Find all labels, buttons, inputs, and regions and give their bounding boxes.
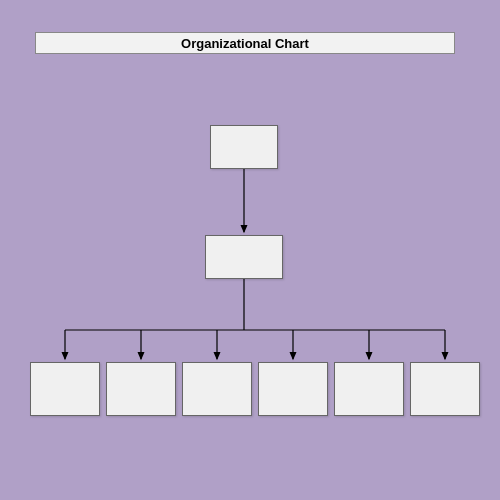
org-node-bottom-3 xyxy=(182,362,252,416)
org-node-bottom-1 xyxy=(30,362,100,416)
org-node-bottom-2 xyxy=(106,362,176,416)
org-node-bottom-4 xyxy=(258,362,328,416)
org-node-bottom-6 xyxy=(410,362,480,416)
chart-title: Organizational Chart xyxy=(35,32,455,54)
org-node-middle xyxy=(205,235,283,279)
org-node-bottom-5 xyxy=(334,362,404,416)
org-node-top xyxy=(210,125,278,169)
